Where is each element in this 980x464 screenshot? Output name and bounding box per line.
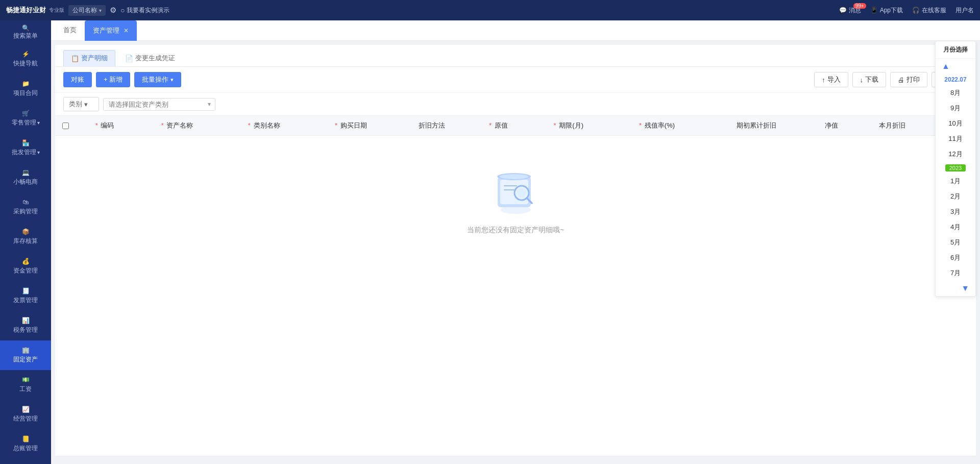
th-residual-rate: * 残值率(%) [609,116,704,136]
month-item-8[interactable]: 8月 [936,85,975,101]
add-button[interactable]: + 新增 [96,72,130,87]
import-button[interactable]: ↑ 导入 [814,72,848,87]
tab-home[interactable]: 首页 [55,20,85,41]
top-bar: 畅捷通好业财 专业版 公司名称 ▾ ⚙ ○ 我要看实例演示 💬 消息 99+ 📱… [0,0,980,20]
subtab-change-voucher[interactable]: 📄 变更生成凭证 [117,50,183,66]
app-download-button[interactable]: 📱 App下载 [870,6,903,15]
app-edition: 专业版 [49,7,64,14]
sidebar-label-salary: 工资 [19,385,32,394]
th-depreciation: 折旧方法 [394,116,469,136]
sidebar-label-retail: 零售管理 [12,118,36,127]
download-button[interactable]: ↓ 下载 [852,72,887,87]
month-panel: 月份选择 ▲ 2022.07 8月 9月 10月 11月 12月 2023 1月… [935,41,976,297]
sidebar-quick-nav[interactable]: ⚡ 快捷导航 [0,44,51,74]
company-selector[interactable]: 公司名称 ▾ [68,5,106,16]
service-button[interactable]: 🎧 在线客服 [912,6,946,15]
sidebar-item-retail[interactable]: 🛒 零售管理 ▾ [0,104,51,133]
th-name: * 资产名称 [134,116,220,136]
tab-close-icon[interactable]: ✕ [124,27,129,34]
sidebar-item-management[interactable]: 📈 经营管理 [0,400,51,429]
th-monthly-dep: 本月折旧 [854,116,929,136]
category-type-select[interactable]: 类别 ▾ [63,97,99,111]
demo-button[interactable]: ○ 我要看实例演示 [120,6,169,15]
user-menu[interactable]: 用户名 [955,6,974,15]
headset-icon: 🎧 [912,7,920,14]
horizontal-scrollbar[interactable] [55,456,976,460]
category-text-input[interactable] [104,99,206,110]
month-panel-nav-bottom: ▼ [936,281,975,296]
download-icon: ↓ [860,76,864,84]
chevron-down-icon-2: ▾ [84,101,88,108]
invoice-icon: 🧾 [22,287,30,295]
main-layout: 🔍 搜索菜单 ⚡ 快捷导航 📁 项目合同 🛒 零售管理 ▾ 🏪 批发管理 ▾ [0,20,980,464]
sidebar-item-ecommerce[interactable]: 💻 小畅电商 [0,163,51,192]
print-button[interactable]: 🖨 打印 [890,72,927,87]
expand-icon: ▾ [37,120,40,126]
empty-state: 当前您还没有固定资产明细哦~ [55,136,976,265]
sidebar-item-inventory[interactable]: 📦 库存核算 [0,222,51,252]
month-panel-nav: ▲ [936,59,975,74]
sidebar-label-ledger: 总账管理 [13,444,38,453]
sidebar-search[interactable]: 🔍 搜索菜单 [0,20,51,44]
month-panel-year-2022[interactable]: 2022.07 [936,74,975,85]
sidebar-item-capital[interactable]: 💰 资金管理 [0,252,51,281]
retail-icon: 🛒 [22,110,30,117]
download-label: 下载 [865,75,878,84]
batch-button[interactable]: 批量操作 ▾ [134,72,181,87]
message-badge: 99+ [853,3,866,9]
management-icon: 📈 [22,406,30,413]
sidebar-item-basic-info[interactable]: ℹ 基础信息 [0,459,51,464]
subtab-asset-detail[interactable]: 📋 资产明细 [63,50,115,66]
month-item-2[interactable]: 2月 [936,189,975,204]
month-item-4[interactable]: 4月 [936,219,975,235]
month-item-7[interactable]: 7月 [936,265,975,281]
user-label: 用户名 [955,6,974,15]
settings-button[interactable]: ⚙ [110,6,116,15]
month-item-1[interactable]: 1月 [936,174,975,189]
gear-icon: ⚙ [110,6,116,14]
sidebar-item-project[interactable]: 📁 项目合同 [0,74,51,104]
chevron-down-icon: ▾ [99,8,102,13]
sidebar-item-wholesale[interactable]: 🏪 批发管理 ▾ [0,133,51,163]
app-download-label: App下载 [880,6,903,15]
th-original-value: * 原值 [469,116,527,136]
import-icon: ↑ [822,76,825,84]
select-all-checkbox[interactable] [62,123,69,129]
demo-icon: ○ [120,6,125,14]
th-category: * 类别名称 [220,116,307,136]
reconcile-button[interactable]: 对账 [63,72,92,87]
app-name: 畅捷通好业财 [6,6,46,15]
month-prev-btn[interactable]: ▲ [939,61,953,72]
message-button[interactable]: 💬 消息 99+ [839,6,861,15]
add-label: + 新增 [104,75,122,84]
select-all-th [55,116,76,136]
th-accumulated-dep: 期初累计折旧 [704,116,808,136]
document-icon: 📄 [125,55,133,62]
sidebar-item-purchase[interactable]: 🛍 采购管理 [0,192,51,222]
ecommerce-icon: 💻 [22,169,30,176]
month-item-5[interactable]: 5月 [936,235,975,250]
sidebar-item-salary[interactable]: 💵 工资 [0,370,51,400]
month-item-11[interactable]: 11月 [936,131,975,146]
import-label: 导入 [827,75,841,84]
month-item-3[interactable]: 3月 [936,204,975,219]
sidebar-item-invoice[interactable]: 🧾 发票管理 [0,281,51,311]
empty-illustration [485,166,546,217]
month-item-9[interactable]: 9月 [936,101,975,116]
category-input[interactable]: ▾ [103,98,215,111]
sidebar-label-capital: 资金管理 [13,266,38,275]
page-content: 📋 资产明细 📄 变更生成凭证 对账 + 新增 [51,41,980,464]
tab-asset-management[interactable]: 资产管理 ✕ [85,20,137,41]
month-panel-title: 月份选择 [936,41,975,59]
month-next-btn[interactable]: ▼ [958,283,972,294]
sidebar-item-ledger[interactable]: 📒 总账管理 [0,429,51,459]
empty-message: 当前您还没有固定资产明细哦~ [467,226,564,235]
month-item-12[interactable]: 12月 [936,146,975,162]
sidebar-item-fixed-assets[interactable]: 🏢 固定资产 [0,340,51,370]
tab-home-label: 首页 [63,26,77,35]
salary-icon: 💵 [22,376,30,383]
month-item-6[interactable]: 6月 [936,250,975,265]
month-item-10[interactable]: 10月 [936,116,975,131]
sidebar-item-tax[interactable]: 📊 税务管理 [0,311,51,340]
sidebar-label-fixed-assets: 固定资产 [13,355,38,364]
